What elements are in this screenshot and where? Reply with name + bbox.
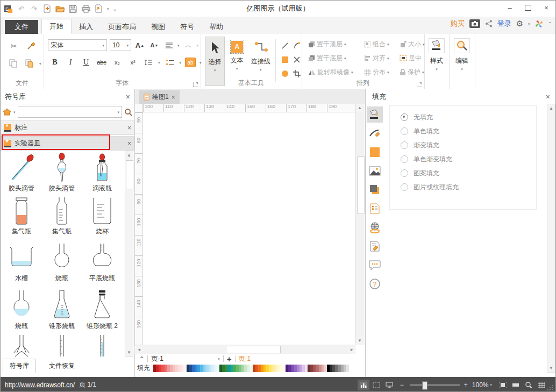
italic-button[interactable]: I <box>65 56 76 68</box>
symbol-panel-scrollbar[interactable]: ▲ ▼ <box>125 151 133 357</box>
symbol-conical-flask-capped[interactable]: 锥形烧瓶 2 <box>82 289 122 331</box>
circle-icon[interactable] <box>279 68 291 80</box>
scroll-down-arrow[interactable]: ▼ <box>125 348 133 357</box>
underline-button[interactable]: U <box>80 56 92 68</box>
save-button[interactable] <box>68 4 77 13</box>
fill-option-none[interactable]: 无填充 <box>390 110 536 124</box>
rotate-mirror-button[interactable]: 旋转和镜像▾ <box>308 66 364 78</box>
tab-view[interactable]: 视图 <box>144 20 173 34</box>
resize-grip[interactable] <box>546 383 553 391</box>
open-button[interactable] <box>55 4 65 13</box>
document-tab-close-icon[interactable]: × <box>172 94 175 101</box>
section-close-icon[interactable]: × <box>127 124 131 132</box>
scroll-up-arrow[interactable]: ▲ <box>547 104 555 112</box>
symbol-thermometer-partial[interactable] <box>82 335 122 357</box>
comment-icon[interactable] <box>367 257 383 273</box>
print-button[interactable] <box>81 4 90 13</box>
zoom-dropdown-arrow[interactable]: ▾ <box>490 383 492 387</box>
scroll-up-arrow[interactable]: ▲ <box>125 151 133 159</box>
scroll-down-arrow[interactable]: ▼ <box>356 337 363 345</box>
paste-dropdown-arrow[interactable]: ▾ <box>39 62 41 66</box>
symbol-round-flask-liquid[interactable]: 烧瓶 <box>2 289 41 331</box>
symbol-round-flask[interactable]: 烧瓶 <box>42 243 82 283</box>
zoom-out-button[interactable]: − <box>400 381 404 389</box>
radio-icon[interactable] <box>401 113 408 121</box>
symbol-search-input[interactable]: ▾ <box>18 106 122 118</box>
section-close-icon[interactable]: × <box>127 140 131 147</box>
format-painter-icon[interactable] <box>25 40 37 52</box>
radio-icon[interactable] <box>401 169 408 177</box>
bullet-list-button[interactable] <box>164 56 176 68</box>
login-button[interactable]: 登录 <box>497 19 511 28</box>
group-button[interactable]: 组合▾ <box>364 38 400 50</box>
line-spacing-button[interactable] <box>142 56 154 68</box>
symbol-search-icon[interactable] <box>124 108 132 116</box>
page-dropdown-arrow[interactable]: ▾ <box>218 357 220 361</box>
send-to-back-button[interactable]: 置于底层▾ <box>308 52 364 64</box>
cross-icon[interactable] <box>291 54 303 66</box>
align-dropdown-arrow[interactable]: ▾ <box>177 44 180 47</box>
edit-button[interactable]: 编辑▾ <box>451 34 473 83</box>
radio-icon[interactable] <box>401 183 408 191</box>
scroll-up-arrow[interactable]: ▲ <box>356 104 363 112</box>
text-highlight-button[interactable]: ab <box>185 58 196 67</box>
new-document-button[interactable] <box>42 4 52 13</box>
line-icon[interactable] <box>279 40 291 52</box>
square-icon[interactable] <box>279 54 291 66</box>
align-text-button[interactable] <box>163 39 175 51</box>
redo-button[interactable]: ↷ <box>30 4 39 13</box>
brand-pinwheel-icon[interactable] <box>535 20 543 28</box>
tab-file-recovery[interactable]: 文件恢复 <box>42 359 81 373</box>
symbol-beaker[interactable]: 烧杯 <box>82 196 122 236</box>
symbol-conical-flask-liquid[interactable]: 锥形烧瓶 <box>42 289 82 331</box>
close-button[interactable]: × <box>537 1 555 15</box>
image-icon[interactable] <box>367 163 383 179</box>
arc-icon[interactable] <box>291 40 303 52</box>
collapse-pagebar-icon[interactable]: ⌃ <box>139 355 144 362</box>
shadow-icon[interactable] <box>367 182 383 198</box>
symbol-water-trough[interactable]: 水槽 <box>2 243 41 283</box>
tab-symbols[interactable]: 符号 <box>173 20 202 34</box>
scroll-right-arrow[interactable]: ▲ <box>348 346 356 353</box>
library-section-lab-glassware[interactable]: 实验器皿 × <box>1 136 134 151</box>
fit-width-icon[interactable] <box>510 380 522 390</box>
document-tab[interactable]: 绘图1 × <box>139 90 180 104</box>
fill-option-solid[interactable]: 单色填充 <box>390 124 536 138</box>
increase-font-size-button[interactable]: A▲ <box>134 39 146 51</box>
symbol-panel-close-icon[interactable]: × <box>126 93 130 101</box>
export-dropdown-arrow[interactable]: ▾ <box>107 7 109 11</box>
bring-to-front-button[interactable]: 置于顶层▾ <box>308 38 364 50</box>
subscript-button[interactable]: x₂ <box>111 56 123 68</box>
font-size-combo[interactable]: 10▾ <box>110 39 131 51</box>
align-button[interactable]: 对齐▾ <box>364 52 400 64</box>
hyperlink-icon[interactable] <box>367 219 383 236</box>
canvas-horizontal-scrollbar[interactable]: ▲ ▲ <box>135 345 355 354</box>
add-page-button[interactable]: + <box>227 354 232 364</box>
line-style-icon[interactable] <box>367 125 383 141</box>
superscript-button[interactable]: x² <box>127 56 139 68</box>
tab-file[interactable]: 文件 <box>5 20 38 34</box>
font-dialog-launcher-icon[interactable] <box>193 82 198 87</box>
style-button[interactable]: 样式▾ <box>426 34 447 83</box>
zoom-region-icon[interactable] <box>523 380 534 390</box>
copy-icon[interactable] <box>7 58 19 69</box>
cut-icon[interactable]: ✂ <box>8 40 20 52</box>
decrease-font-size-button[interactable]: A▼ <box>148 39 160 51</box>
symbol-dropper-diagonal[interactable]: 胶头滴管 <box>2 153 41 193</box>
symbol-gas-bottle-graduated[interactable]: 集气瓶 <box>42 196 82 236</box>
fill-panel-close-icon[interactable]: × <box>546 93 550 101</box>
shape-icon[interactable] <box>367 144 383 160</box>
symbol-gas-bottle[interactable]: 集气瓶 <box>2 196 41 236</box>
radio-icon[interactable] <box>401 127 408 135</box>
font-name-combo[interactable]: 宋体▾ <box>48 39 107 51</box>
library-section-callouts[interactable]: 标注 × <box>1 120 134 135</box>
library-home-icon[interactable] <box>3 108 11 116</box>
zoom-slider-thumb[interactable] <box>422 381 427 390</box>
buy-button[interactable]: 购买 <box>451 19 465 28</box>
fill-panel-scrollbar[interactable]: ▲ ▼ <box>547 104 555 373</box>
tab-insert[interactable]: 插入 <box>72 20 101 34</box>
screenshot-icon[interactable] <box>469 19 480 28</box>
symbol-funnel-partial[interactable] <box>2 335 41 357</box>
fill-option-picture-texture[interactable]: 图片或纹理填充 <box>390 180 536 194</box>
minimize-button[interactable]: – <box>501 1 519 15</box>
